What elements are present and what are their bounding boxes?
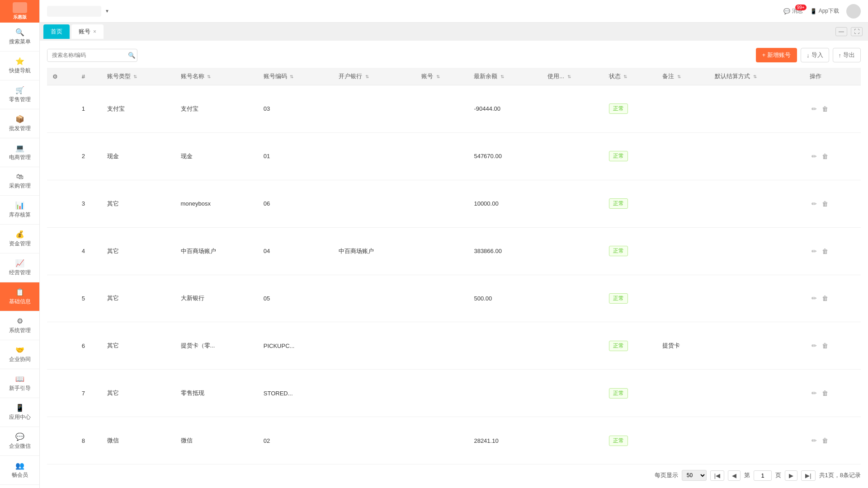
toolbar-right: + 新增账号 ↓ 导入 ↑ 导出 [756,48,861,62]
top-search-input[interactable] [47,6,101,17]
delete-button[interactable]: 🗑 [820,341,830,350]
import-label: 导入 [811,51,823,59]
sidebar-item-wholesale-mgmt[interactable]: 📦 批发管理 [0,109,39,138]
col-account-code[interactable]: 账号编码 ⇅ [258,68,333,85]
search-icon: 🔍 [128,52,136,59]
row-account-name-cell: 大新银行 [175,275,258,322]
col-account-type[interactable]: 账号类型 ⇅ [102,68,175,85]
delete-button[interactable]: 🗑 [820,389,830,398]
page-size-select[interactable]: 50 20 100 [682,470,707,481]
row-balance-cell: 383866.00 [468,227,542,275]
col-usage[interactable]: 使用... ⇅ [542,68,604,85]
delete-button[interactable]: 🗑 [820,152,830,161]
col-account-name[interactable]: 账号名称 ⇅ [175,68,258,85]
sidebar-item-label: 应用中心 [9,414,31,420]
delete-button[interactable]: 🗑 [820,104,830,113]
table-row: 6 其它 提货卡（零... PICKUPC... 正常 提货卡 ✏ 🗑 [47,322,861,370]
row-default-settlement-cell [709,180,804,227]
avatar[interactable] [846,4,861,19]
tab-home[interactable]: 首页 [43,24,70,39]
row-account-name-cell: 零售抵现 [175,370,258,417]
row-account-code-cell: 06 [258,180,333,227]
row-account-name-cell: 支付宝 [175,85,258,133]
search-button[interactable]: 🔍 [124,49,137,61]
next-page-button[interactable]: ▶ [785,470,797,481]
status-badge: 正常 [609,388,628,399]
sidebar-item-ecommerce-mgmt[interactable]: 💻 电商管理 [0,138,39,167]
app-download-button[interactable]: 📱 App下载 [810,7,839,15]
edit-button[interactable]: ✏ [810,152,819,161]
export-button[interactable]: ↑ 导出 [833,48,861,62]
row-default-settlement-cell [709,275,804,322]
account-search-input[interactable] [47,49,124,61]
search-menu-icon: 🔍 [4,28,36,37]
sidebar-item-quick-nav[interactable]: ⭐ 快捷导航 [0,52,39,80]
edit-button[interactable]: ✏ [810,199,819,208]
add-account-button[interactable]: + 新增账号 [756,48,797,62]
row-num-cell: 7 [76,370,102,417]
app-download-icon: 📱 [810,8,817,14]
import-button[interactable]: ↓ 导入 [801,48,829,62]
sort-icon: ⇅ [623,74,627,79]
row-settings-cell [47,227,76,275]
edit-button[interactable]: ✏ [810,389,819,398]
last-page-button[interactable]: ▶| [801,470,815,481]
row-account-type-cell: 其它 [102,180,175,227]
sidebar-item-business-mgmt[interactable]: 📈 经营管理 [0,253,39,282]
col-settings[interactable]: ⚙ [47,68,76,85]
sidebar-item-retail-mgmt[interactable]: 🛒 零售管理 [0,80,39,109]
sidebar-item-app-center[interactable]: 📱 应用中心 [0,398,39,427]
row-default-settlement-cell [709,370,804,417]
delete-button[interactable]: 🗑 [820,247,830,256]
row-account-type-cell: 微信 [102,417,175,465]
sidebar-item-system-mgmt[interactable]: ⚙ 系统管理 [0,311,39,340]
sidebar-item-newbie-guide[interactable]: 📖 新手引导 [0,369,39,398]
row-action-cell: ✏ 🗑 [804,85,861,133]
capital-icon: 💰 [4,230,36,239]
col-latest-balance[interactable]: 最新余额 ⇅ [468,68,542,85]
tab-accounts-label: 账号 [79,28,90,36]
prev-page-button[interactable]: ◀ [728,470,741,481]
tab-close-icon[interactable]: × [93,29,96,34]
col-bank[interactable]: 开户银行 ⇅ [333,68,416,85]
row-settings-cell [47,85,76,133]
tab-accounts[interactable]: 账号 × [71,24,104,39]
message-button[interactable]: 💬 消息 99+ [783,7,803,15]
edit-button[interactable]: ✏ [810,104,819,113]
purchase-icon: 🛍 [4,173,36,181]
row-action-cell: ✏ 🗑 [804,180,861,227]
sort-icon: ⇅ [436,74,440,79]
sidebar-item-search-menu[interactable]: 🔍 搜索菜单 [0,23,39,52]
col-remark[interactable]: 备注 ⇅ [657,68,709,85]
row-balance-cell: 547670.00 [468,132,542,180]
row-usage-cell [542,227,604,275]
sidebar-item-enterprise-agreement[interactable]: 🤝 企业协同 [0,340,39,369]
page-number-input[interactable] [754,470,772,481]
sidebar-item-inventory-calc[interactable]: 📊 库存核算 [0,196,39,225]
delete-button[interactable]: 🗑 [820,294,830,303]
sidebar-item-capital-mgmt[interactable]: 💰 资金管理 [0,225,39,253]
col-status[interactable]: 状态 ⇅ [604,68,657,85]
edit-button[interactable]: ✏ [810,294,819,303]
tab-maximize-button[interactable]: ⛶ [851,27,863,36]
sidebar-item-member[interactable]: 👥 畅会员 [0,456,39,485]
tab-home-label: 首页 [51,28,62,36]
sort-icon: ⇅ [207,74,211,79]
edit-button[interactable]: ✏ [810,436,819,445]
delete-button[interactable]: 🗑 [820,436,830,445]
tab-minimize-button[interactable]: — [835,27,847,36]
row-bank-cell [333,275,416,322]
col-account[interactable]: 账号 ⇅ [416,68,468,85]
row-settings-cell [47,275,76,322]
sidebar-item-basic-info[interactable]: 📋 基础信息 [0,282,39,311]
delete-button[interactable]: 🗑 [820,199,830,208]
edit-button[interactable]: ✏ [810,341,819,350]
first-page-button[interactable]: |◀ [710,470,724,481]
row-usage-cell [542,417,604,465]
sidebar-item-purchase-mgmt[interactable]: 🛍 采购管理 [0,167,39,196]
enterprise-icon: 🤝 [4,346,36,354]
edit-button[interactable]: ✏ [810,247,819,256]
row-account-type-cell: 其它 [102,322,175,370]
col-default-settlement[interactable]: 默认结算方式 ⇅ [709,68,804,85]
sidebar-item-enterprise-wechat[interactable]: 💬 企业微信 [0,427,39,456]
